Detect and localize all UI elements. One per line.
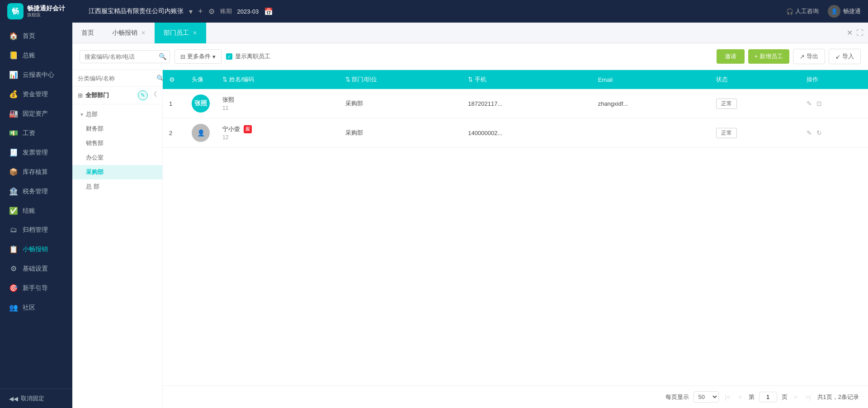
avatar-text: 张照 xyxy=(194,99,207,108)
sidebar-item-ledger[interactable]: 📒 总账 xyxy=(0,46,72,65)
export-button[interactable]: ↗ 导出 xyxy=(793,49,825,64)
company-name: 江西服宝精品有限责任公司内账张 xyxy=(89,7,184,15)
filter-button[interactable]: ⊟ 更多条件 ▾ xyxy=(175,49,222,64)
sidebar-item-home[interactable]: 🏠 首页 xyxy=(0,26,72,46)
dept-label: 财务部 xyxy=(86,125,104,133)
sidebar-item-invoice[interactable]: 🧾 发票管理 xyxy=(0,143,72,162)
employee-code: 11 xyxy=(222,105,333,111)
sidebar-item-tax[interactable]: 🏦 税务管理 xyxy=(0,182,72,201)
all-dept-text: 全部部门 xyxy=(85,91,109,99)
page-size-select[interactable]: 50 10 20 100 xyxy=(693,391,719,403)
headset-icon: 🎧 xyxy=(786,8,793,15)
invite-button[interactable]: 邀请 xyxy=(717,49,745,64)
td-index: 2 xyxy=(163,118,185,148)
logout-icon[interactable]: ⊡ xyxy=(816,100,822,107)
th-name[interactable]: ⇅ 姓名/编码 xyxy=(216,70,339,89)
th-dept[interactable]: ⇅ 部门/职位 xyxy=(339,70,462,89)
import-button[interactable]: ↙ 导入 xyxy=(829,49,861,64)
next-page-icon[interactable]: > xyxy=(792,393,799,402)
tab-department[interactable]: 部门员工 ✕ xyxy=(155,23,206,43)
td-status: 正常 xyxy=(710,118,800,148)
logo-text: 畅捷通好会计 xyxy=(27,5,65,12)
td-phone: 140000002... xyxy=(462,118,591,148)
show-resigned-checkbox[interactable]: ✓ xyxy=(226,53,232,60)
th-email-label: Email xyxy=(598,76,613,83)
page-number-input[interactable] xyxy=(759,392,777,402)
td-dept: 采购部 xyxy=(339,118,462,148)
prev-page-icon[interactable]: < xyxy=(736,393,744,402)
employee-name: 张熙 xyxy=(222,96,333,104)
sidebar-item-funds[interactable]: 💰 资金管理 xyxy=(0,84,72,104)
close-window-icon[interactable]: ✕ xyxy=(847,28,853,37)
add-account-button[interactable]: + xyxy=(198,7,203,16)
invite-label: 邀请 xyxy=(725,53,736,60)
add-employee-label: + 新增员工 xyxy=(755,52,783,61)
add-employee-button[interactable]: + 新增员工 xyxy=(748,49,789,64)
sidebar-item-archive[interactable]: 🗂 归档管理 xyxy=(0,220,72,239)
sidebar-item-reports[interactable]: 📊 云报表中心 xyxy=(0,65,72,84)
dept-search-icon[interactable]: 🔍 xyxy=(156,75,163,82)
sidebar-item-assets[interactable]: 🏭 固定资产 xyxy=(0,104,72,123)
tab-expense-label: 小畅报销 xyxy=(112,29,137,37)
dept-edit-button[interactable]: ✎ xyxy=(138,90,148,100)
sidebar-item-label: 首页 xyxy=(23,32,35,40)
settings-icon[interactable]: ⚙ xyxy=(208,7,215,16)
sidebar-item-label: 资金管理 xyxy=(23,90,48,98)
edit-icon[interactable]: ✎ xyxy=(807,129,812,136)
td-email: zhangxidf... xyxy=(592,89,710,118)
window-controls: ✕ ⛶ xyxy=(847,28,863,37)
dept-collapse-icon[interactable]: 《 xyxy=(151,90,157,100)
last-page-icon[interactable]: >| xyxy=(804,393,813,402)
header-right: 🎧 人工咨询 👤 畅捷通 xyxy=(786,5,861,18)
avatar-text: 👤 xyxy=(197,129,205,136)
tab-home[interactable]: 首页 xyxy=(72,23,103,43)
dept-item-office[interactable]: 办公室 xyxy=(72,150,162,165)
calendar-icon[interactable]: 📅 xyxy=(264,7,273,16)
search-icon[interactable]: 🔍 xyxy=(159,53,166,60)
sidebar-item-label: 固定资产 xyxy=(23,110,48,118)
dept-item-finance[interactable]: 财务部 xyxy=(72,122,162,136)
sidebar-item-salary[interactable]: 💵 工资 xyxy=(0,123,72,143)
sidebar-item-guide[interactable]: 🎯 新手引导 xyxy=(0,278,72,298)
edit-icon[interactable]: ✎ xyxy=(807,100,812,107)
tab-expense[interactable]: 小畅报销 ✕ xyxy=(103,23,155,43)
expand-window-icon[interactable]: ⛶ xyxy=(856,29,863,37)
sidebar-item-community[interactable]: 👥 社区 xyxy=(0,298,72,317)
funds-icon: 💰 xyxy=(9,90,18,98)
th-phone[interactable]: ⇅ 手机 xyxy=(462,70,591,89)
refresh-icon[interactable]: ↻ xyxy=(816,129,822,136)
logo-sub: 旗舰版 xyxy=(27,12,65,18)
company-dropdown-icon[interactable]: ▾ xyxy=(189,7,193,16)
tab-bar: 首页 小畅报销 ✕ 部门员工 ✕ ✕ ⛶ xyxy=(72,23,868,43)
period-label: 账期 xyxy=(220,7,232,15)
dept-item-zongbu2[interactable]: 总 部 xyxy=(72,179,162,194)
avatar: 👤 xyxy=(192,124,210,142)
sidebar-item-label: 基础设置 xyxy=(23,265,48,273)
tab-expense-close-icon[interactable]: ✕ xyxy=(141,30,146,36)
table-row: 2 👤 宁小壹 xyxy=(163,118,868,148)
employee-email: zhangxidf... xyxy=(598,100,628,107)
td-email xyxy=(592,118,710,148)
logo-icon: 畅 xyxy=(7,3,24,19)
sidebar-item-inventory[interactable]: 📦 库存核算 xyxy=(0,162,72,182)
unpin-button[interactable]: ◀◀ 取消固定 xyxy=(0,389,72,408)
guide-icon: 🎯 xyxy=(9,284,18,292)
first-page-icon[interactable]: |< xyxy=(723,393,732,402)
header-center: 江西服宝精品有限责任公司内账张 ▾ + ⚙ 账期 2023-03 📅 xyxy=(80,7,786,16)
service-button[interactable]: 🎧 人工咨询 xyxy=(786,7,819,15)
table-settings-icon[interactable]: ⚙ xyxy=(169,76,175,83)
pagination-bar: 每页显示 50 10 20 100 |< < 第 页 > >| xyxy=(163,385,868,408)
dept-item-sales[interactable]: 销售部 xyxy=(72,136,162,150)
dept-search-input[interactable] xyxy=(78,75,154,82)
tab-department-close-icon[interactable]: ✕ xyxy=(193,30,197,36)
search-input[interactable] xyxy=(80,50,170,63)
user-area[interactable]: 👤 畅捷通 xyxy=(828,5,861,18)
td-actions: ✎ ↻ xyxy=(800,118,868,148)
dept-item-zongbu[interactable]: ▼ 总部 xyxy=(72,107,162,122)
th-avatar: 头像 xyxy=(185,70,216,89)
sidebar-item-close[interactable]: ✅ 结账 xyxy=(0,201,72,220)
search-box: 🔍 xyxy=(80,50,170,63)
sidebar-item-settings[interactable]: ⚙ 基础设置 xyxy=(0,259,72,278)
dept-item-purchasing[interactable]: 采购部 xyxy=(72,165,162,179)
sidebar-item-expense[interactable]: 📋 小畅报销 xyxy=(0,239,72,259)
